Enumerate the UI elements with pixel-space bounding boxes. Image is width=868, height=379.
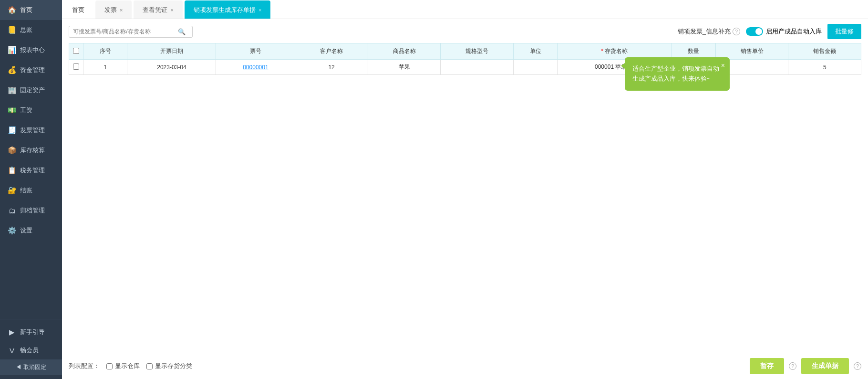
show-category-label[interactable]: 显示存货分类	[146, 362, 192, 370]
show-warehouse-text: 显示仓库	[115, 362, 140, 370]
info-help-icon[interactable]: ?	[733, 28, 740, 35]
fixed-assets-icon: 🏢	[8, 86, 16, 95]
archive-icon: 🗂	[8, 207, 16, 215]
td-number-link[interactable]: 00000001	[243, 64, 268, 71]
sidebar-item-vip[interactable]: V 畅会员	[0, 341, 62, 359]
salary-icon: 💵	[8, 106, 16, 115]
unfix-label: 取消固定	[23, 364, 46, 370]
search-box[interactable]: 🔍	[69, 26, 193, 38]
sidebar-item-settings[interactable]: ⚙️ 设置	[0, 221, 62, 241]
tab-voucher[interactable]: 查看凭证 ×	[134, 0, 182, 19]
search-icon: 🔍	[178, 28, 186, 35]
th-inventory-text: 存货名称	[605, 48, 628, 54]
save-help-icon[interactable]: ?	[789, 362, 796, 370]
unfix-fixed-button[interactable]: ◀ 取消固定	[0, 359, 62, 375]
sidebar-item-label: 新手引导	[20, 328, 45, 337]
th-seq: 序号	[83, 43, 127, 60]
config-label: 列表配置：	[69, 362, 100, 370]
show-category-checkbox[interactable]	[146, 363, 153, 369]
main-area: 首页 发票 × 查看凭证 × 销项发票生成库存单据 × 🔍 销项发票_信息补充	[62, 0, 868, 379]
sidebar-item-label: 首页	[20, 6, 32, 14]
th-customer: 客户名称	[295, 43, 368, 60]
capital-icon: 💰	[8, 66, 16, 74]
sidebar-item-reports[interactable]: 📊 报表中心	[0, 40, 62, 60]
sidebar-item-guide[interactable]: ▶ 新手引导	[0, 323, 62, 341]
th-spec: 规格型号	[441, 43, 513, 60]
td-customer: 12	[295, 60, 368, 75]
sidebar-item-inventory[interactable]: 📦 库存核算	[0, 140, 62, 160]
search-input[interactable]	[73, 28, 178, 35]
sidebar-item-label: 固定资产	[20, 86, 45, 95]
sidebar-item-label: 设置	[20, 226, 32, 235]
sidebar-item-invoice-mgmt[interactable]: 🧾 发票管理	[0, 120, 62, 140]
sidebar-item-ledger[interactable]: 📒 总账	[0, 20, 62, 40]
list-config: 列表配置： 显示仓库 显示存货分类	[69, 362, 192, 370]
home-icon: 🏠	[8, 6, 16, 14]
invoice-mgmt-icon: 🧾	[8, 126, 16, 135]
tab-invoice-close[interactable]: ×	[120, 7, 123, 13]
bottom-actions: 暂存 ? 生成单据 ?	[750, 358, 861, 374]
table-header-row: 序号 开票日期 票号 客户名称 商品名称 规格型号 单位 * 存货名称 数量 销…	[69, 43, 861, 60]
sidebar-item-closing[interactable]: 🔐 结账	[0, 180, 62, 200]
tab-invoice-label: 发票	[104, 6, 117, 14]
th-amount: 销售金额	[788, 43, 861, 60]
tooltip-text: 适合生产型企业，销项发票自动生成产成品入库，快来体验~	[632, 65, 719, 82]
batch-modify-button[interactable]: 批量修	[827, 24, 861, 39]
toolbar-right: 销项发票_信息补充 ? 启用产成品自动入库 批量修	[678, 24, 861, 39]
ledger-icon: 📒	[8, 26, 16, 34]
info-label-text: 销项发票_信息补充	[678, 27, 731, 36]
tab-cancel-invoice[interactable]: 销项发票生成库存单据 ×	[185, 0, 270, 19]
tab-voucher-label: 查看凭证	[143, 6, 167, 14]
th-unit: 单位	[513, 43, 557, 60]
sidebar-item-label: 资金管理	[20, 66, 45, 74]
sidebar-item-home[interactable]: 🏠 首页	[0, 0, 62, 20]
show-warehouse-checkbox[interactable]	[106, 363, 113, 369]
tab-voucher-close[interactable]: ×	[170, 7, 173, 13]
reports-icon: 📊	[8, 46, 16, 54]
guide-icon: ▶	[8, 328, 16, 337]
th-product: 商品名称	[368, 43, 440, 60]
tab-cancel-invoice-label: 销项发票生成库存单据	[194, 6, 256, 14]
sidebar: 🏠 首页 📒 总账 📊 报表中心 💰 资金管理 🏢 固定资产 💵 工资 🧾 发票…	[0, 0, 62, 379]
sidebar-item-label: 总账	[20, 26, 32, 34]
select-all-checkbox[interactable]	[73, 48, 79, 54]
save-button[interactable]: 暂存	[750, 358, 784, 374]
bottom-bar: 列表配置： 显示仓库 显示存货分类 暂存 ? 生成单据 ?	[62, 353, 868, 379]
content-area: 🔍 销项发票_信息补充 ? 启用产成品自动入库 批量修	[62, 19, 868, 353]
th-checkbox	[69, 43, 83, 60]
toggle-label: 启用产成品自动入库	[766, 27, 822, 36]
generate-button[interactable]: 生成单据	[801, 358, 849, 374]
sidebar-item-label: 工资	[20, 106, 32, 115]
info-label: 销项发票_信息补充 ?	[678, 27, 740, 36]
th-number: 票号	[216, 43, 295, 60]
sidebar-item-tax[interactable]: 📋 税务管理	[0, 160, 62, 180]
row-checkbox[interactable]	[73, 63, 79, 70]
inventory-icon: 📦	[8, 146, 16, 155]
toggle-wrap: 启用产成品自动入库	[746, 27, 822, 36]
table-row: 1 2023-03-04 00000001 12 苹果 000001 苹果 个 …	[69, 60, 861, 75]
closing-icon: 🔐	[8, 186, 16, 195]
tab-home[interactable]: 首页	[63, 0, 93, 19]
sidebar-item-label: 畅会员	[20, 346, 39, 355]
tooltip-close-button[interactable]: ×	[721, 60, 725, 71]
td-amount: 5	[788, 60, 861, 75]
td-spec	[441, 60, 513, 75]
td-number: 00000001	[216, 60, 295, 75]
sidebar-item-archive[interactable]: 🗂 归档管理	[0, 200, 62, 221]
sidebar-item-capital[interactable]: 💰 资金管理	[0, 60, 62, 80]
sidebar-item-fixed-assets[interactable]: 🏢 固定资产	[0, 80, 62, 100]
tab-cancel-invoice-close[interactable]: ×	[258, 7, 261, 13]
tabs-bar: 首页 发票 × 查看凭证 × 销项发票生成库存单据 ×	[62, 0, 868, 19]
show-category-text: 显示存货分类	[155, 362, 192, 370]
generate-help-icon[interactable]: ?	[854, 362, 861, 370]
sidebar-item-salary[interactable]: 💵 工资	[0, 100, 62, 120]
tab-invoice[interactable]: 发票 ×	[95, 0, 132, 19]
sidebar-bottom: ▶ 新手引导 V 畅会员 ◀ 取消固定	[0, 319, 62, 379]
vip-icon: V	[8, 347, 16, 355]
td-checkbox	[69, 60, 83, 75]
auto-warehouse-toggle[interactable]	[746, 27, 763, 36]
tooltip-popup: × 适合生产型企业，销项发票自动生成产成品入库，快来体验~	[625, 57, 730, 91]
td-product: 苹果	[368, 60, 440, 75]
td-unit	[513, 60, 557, 75]
show-warehouse-label[interactable]: 显示仓库	[106, 362, 140, 370]
